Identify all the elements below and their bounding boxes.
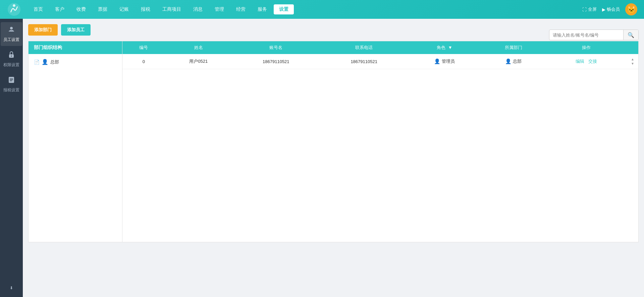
nav-items: 首页 客户 收费 票据 记账 报税 工商项目 消息 管理 经营 服务 设置 — [28, 4, 582, 14]
main-content: 添加部门 添加员工 🔍 部门组织结构 📄 👤 — [23, 19, 644, 297]
svg-point-2 — [10, 27, 13, 30]
play-icon: ▶ — [602, 7, 605, 12]
toolbar: 添加部门 添加员工 — [28, 24, 639, 36]
dept-label: 总部 — [513, 58, 522, 64]
dept-user-icon: 👤 — [42, 59, 48, 65]
col-role: 角色 ▼ — [408, 41, 481, 54]
top-nav: 首页 客户 收费 票据 记账 报税 工商项目 消息 管理 经营 服务 设置 ⛶ … — [0, 0, 644, 19]
nav-bookkeeping[interactable]: 记账 — [114, 4, 134, 14]
cell-role: 👤 管理员 — [408, 54, 481, 69]
nav-tax[interactable]: 报税 — [136, 4, 156, 14]
search-input[interactable] — [549, 31, 623, 39]
svg-rect-10 — [10, 81, 12, 81]
member-btn[interactable]: ▶ 畅会员 — [602, 6, 620, 12]
nav-manage[interactable]: 管理 — [209, 4, 229, 14]
cell-id: 0 — [122, 54, 165, 69]
fullscreen-btn[interactable]: ⛶ 全屏 — [582, 6, 597, 12]
tree-node-root-label: 总部 — [50, 59, 59, 65]
sidebar-item-permission-label: 权限设置 — [3, 62, 19, 68]
tree-body: 📄 👤 总部 — [29, 54, 122, 70]
nav-business[interactable]: 工商项目 — [157, 4, 186, 14]
file-icon: 📄 — [34, 59, 40, 65]
member-label: 畅会员 — [607, 6, 620, 12]
nav-operation[interactable]: 经营 — [231, 4, 251, 14]
table-row: 0 用户0521 18679110521 18679110521 👤 管理员 — [122, 54, 638, 69]
nav-customer[interactable]: 客户 — [50, 4, 70, 14]
avatar[interactable]: 🐱 — [625, 3, 637, 15]
cell-ops: 编辑 交接 — [546, 54, 627, 69]
cell-scrollbar: ▲ ▼ — [627, 54, 638, 69]
download-icon: ⬇ — [10, 286, 13, 290]
table-header-row: 编号 姓名 账号名 联系电话 角色 ▼ 所属部门 操作 — [122, 41, 638, 54]
nav-fee[interactable]: 收费 — [71, 4, 91, 14]
nav-settings[interactable]: 设置 — [274, 4, 294, 14]
nav-home[interactable]: 首页 — [28, 4, 48, 14]
avatar-icon: 🐱 — [627, 5, 636, 13]
cell-dept: 👤 总部 — [481, 54, 546, 69]
edit-button[interactable]: 编辑 — [576, 59, 584, 64]
svg-rect-8 — [10, 79, 13, 79]
content-area: 部门组织结构 📄 👤 总部 编号 — [28, 41, 639, 242]
svg-rect-4 — [9, 30, 13, 32]
cell-name: 用户0521 — [165, 54, 232, 69]
sidebar-item-employee[interactable]: 员工设置 — [1, 22, 22, 46]
nav-invoice[interactable]: 票据 — [93, 4, 113, 14]
scroll-down-icon[interactable]: ▼ — [631, 62, 634, 65]
nav-right: ⛶ 全屏 ▶ 畅会员 🐱 — [582, 3, 644, 15]
col-name: 姓名 — [165, 41, 232, 54]
tree-header: 部门组织结构 — [29, 41, 122, 54]
add-emp-button[interactable]: 添加员工 — [61, 24, 91, 36]
sidebar: 员工设置 权限设置 — [0, 19, 23, 297]
search-button[interactable]: 🔍 — [623, 30, 638, 40]
nav-service[interactable]: 服务 — [252, 4, 272, 14]
svg-rect-9 — [10, 80, 13, 80]
filter-icon[interactable]: ▼ — [448, 45, 452, 50]
search-icon: 🔍 — [628, 32, 634, 38]
fullscreen-icon: ⛶ — [582, 7, 587, 12]
sidebar-item-permission[interactable]: 权限设置 — [1, 47, 22, 71]
col-scrollbar — [627, 41, 638, 54]
col-account: 账号名 — [232, 41, 320, 54]
role-user-icon: 👤 — [434, 58, 440, 64]
cell-phone: 18679110521 — [320, 54, 408, 69]
tree-panel: 部门组织结构 📄 👤 总部 — [29, 41, 122, 242]
col-dept: 所属部门 — [481, 41, 546, 54]
logo — [3, 3, 25, 16]
add-dept-button[interactable]: 添加部门 — [28, 24, 58, 36]
col-ops: 操作 — [546, 41, 627, 54]
tree-node-root[interactable]: 📄 👤 总部 — [31, 57, 119, 67]
sidebar-bottom-item[interactable]: ⬇ — [1, 282, 22, 294]
nav-message[interactable]: 消息 — [188, 4, 208, 14]
search-bar: 🔍 — [549, 30, 639, 40]
svg-point-1 — [13, 4, 15, 7]
sidebar-item-taxsetting-label: 报税设置 — [3, 87, 19, 93]
scroll-up-icon[interactable]: ▲ — [631, 57, 634, 61]
col-id: 编号 — [122, 41, 165, 54]
lock-icon — [7, 51, 15, 61]
table-panel: 编号 姓名 账号名 联系电话 角色 ▼ 所属部门 操作 — [122, 41, 638, 242]
cell-account: 18679110521 — [232, 54, 320, 69]
sidebar-item-employee-label: 员工设置 — [3, 37, 19, 43]
dept-icon: 👤 — [505, 58, 512, 64]
tax-icon — [7, 76, 15, 86]
role-label: 管理员 — [442, 58, 455, 64]
col-phone: 联系电话 — [320, 41, 408, 54]
handover-button[interactable]: 交接 — [588, 59, 597, 64]
svg-point-6 — [11, 56, 12, 57]
employee-table: 编号 姓名 账号名 联系电话 角色 ▼ 所属部门 操作 — [122, 41, 638, 69]
fullscreen-label: 全屏 — [588, 6, 597, 12]
employee-icon — [7, 26, 15, 36]
sidebar-item-taxsetting[interactable]: 报税设置 — [1, 72, 22, 96]
